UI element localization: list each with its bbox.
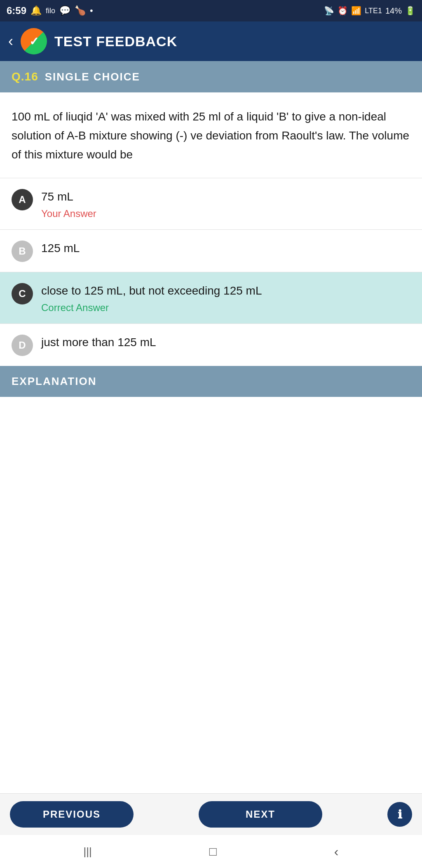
question-body: 100 mL of liuqid 'A' was mixed with 25 m… bbox=[0, 92, 422, 178]
chat-icon: 💬 bbox=[59, 5, 70, 16]
question-type: SINGLE CHOICE bbox=[45, 71, 140, 83]
option-c-content: close to 125 mL, but not exceeding 125 m… bbox=[41, 282, 410, 314]
explanation-content bbox=[0, 397, 422, 793]
explanation-header: EXPLANATION bbox=[0, 366, 422, 397]
status-bar: 6:59 🔔 filo 💬 🍗 • 📡 ⏰ 📶 LTE1 14% 🔋 bbox=[0, 0, 422, 21]
option-b[interactable]: B 125 mL bbox=[0, 229, 422, 272]
battery-level: 14% bbox=[385, 6, 402, 16]
question-text: 100 mL of liuqid 'A' was mixed with 25 m… bbox=[12, 107, 410, 165]
app-icon-filo: filo bbox=[46, 7, 55, 15]
app-header: ‹ ✓ TEST FEEDBACK bbox=[0, 21, 422, 61]
option-a-circle: A bbox=[12, 189, 33, 210]
previous-button[interactable]: PREVIOUS bbox=[10, 801, 134, 828]
status-left: 6:59 🔔 filo 💬 🍗 • bbox=[7, 5, 93, 17]
notification-icon: 🔔 bbox=[30, 5, 42, 16]
info-button[interactable]: ℹ bbox=[387, 802, 412, 827]
next-button[interactable]: NEXT bbox=[199, 801, 322, 828]
option-c[interactable]: C close to 125 mL, but not exceeding 125… bbox=[0, 272, 422, 323]
battery-icon: 🔋 bbox=[405, 6, 415, 16]
option-a-text: 75 mL bbox=[41, 188, 410, 205]
android-navbar: ||| □ ‹ bbox=[0, 835, 422, 868]
question-number: Q.16 bbox=[12, 70, 38, 83]
option-a-content: 75 mL Your Answer bbox=[41, 188, 410, 219]
back-button[interactable]: ‹ bbox=[8, 34, 13, 49]
alarm-icon: ⏰ bbox=[338, 6, 348, 16]
option-c-circle: C bbox=[12, 283, 33, 304]
correct-answer-label: Correct Answer bbox=[41, 302, 410, 314]
dot-icon: • bbox=[90, 5, 93, 16]
app-logo: ✓ bbox=[21, 28, 47, 54]
option-d-text: just more than 125 mL bbox=[41, 334, 410, 351]
option-b-content: 125 mL bbox=[41, 240, 410, 257]
option-d-content: just more than 125 mL bbox=[41, 334, 410, 351]
status-time: 6:59 bbox=[7, 5, 26, 17]
your-answer-label: Your Answer bbox=[41, 208, 410, 219]
status-right: 📡 ⏰ 📶 LTE1 14% 🔋 bbox=[324, 6, 415, 16]
checkmark-icon: ✓ bbox=[29, 35, 39, 48]
cast-icon: 📡 bbox=[324, 6, 334, 16]
wifi-icon: 📶 bbox=[351, 6, 361, 16]
android-back-button[interactable]: ‹ bbox=[334, 844, 339, 859]
option-b-circle: B bbox=[12, 241, 33, 262]
question-header: Q.16 SINGLE CHOICE bbox=[0, 61, 422, 92]
signal-icon: LTE1 bbox=[365, 7, 382, 15]
android-menu-button[interactable]: ||| bbox=[83, 845, 91, 858]
kfc-icon: 🍗 bbox=[75, 5, 86, 16]
bottom-nav: PREVIOUS NEXT ℹ bbox=[0, 793, 422, 835]
header-title: TEST FEEDBACK bbox=[54, 33, 177, 50]
option-c-text: close to 125 mL, but not exceeding 125 m… bbox=[41, 282, 410, 300]
options-container: A 75 mL Your Answer B 125 mL C close to … bbox=[0, 178, 422, 366]
android-home-button[interactable]: □ bbox=[209, 844, 217, 859]
option-a[interactable]: A 75 mL Your Answer bbox=[0, 178, 422, 229]
option-d-circle: D bbox=[12, 335, 33, 356]
option-d[interactable]: D just more than 125 mL bbox=[0, 323, 422, 366]
explanation-title: EXPLANATION bbox=[12, 375, 96, 387]
option-b-text: 125 mL bbox=[41, 240, 410, 257]
